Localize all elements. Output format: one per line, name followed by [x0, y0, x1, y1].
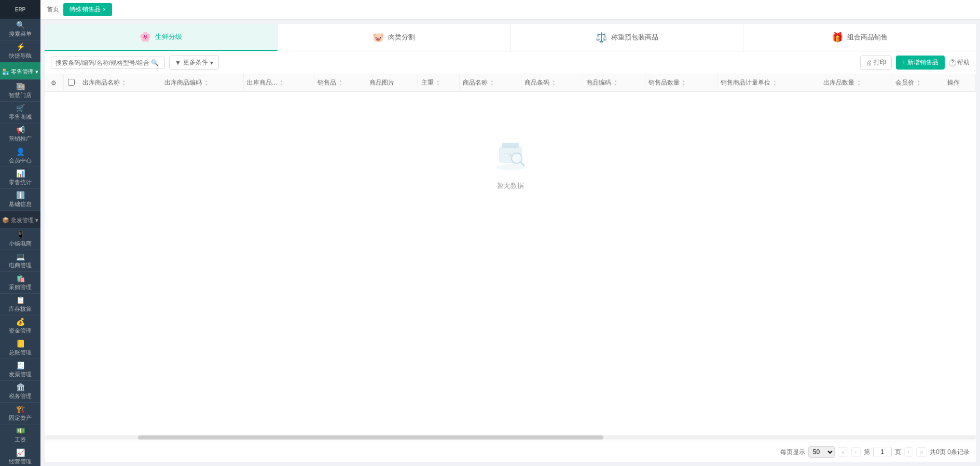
help-icon: ?	[949, 59, 956, 66]
sidebar-item-label: 资金管理	[9, 327, 32, 335]
th-image: 商品图片	[366, 74, 418, 92]
select-all-checkbox[interactable]	[68, 79, 75, 86]
th-outlet-qty[interactable]: 出库品数量 ▲▼	[820, 74, 892, 92]
shopping-icon: 🛍️	[16, 274, 25, 282]
tab-fresh[interactable]: 🌸 生鲜分级	[45, 24, 278, 51]
next-page-button[interactable]: ›	[904, 447, 914, 457]
sidebar-item-inventory[interactable]: 📋 库存核算	[0, 294, 40, 316]
th-outlet-spec[interactable]: 出库商品... ▲▼	[244, 74, 314, 92]
th-outlet-code-label: 出库商品编码	[164, 79, 202, 86]
trending-icon: 📈	[16, 448, 25, 457]
sidebar-item-label: 零售管理	[11, 68, 34, 76]
th-product-name[interactable]: 商品名称 ▲▼	[459, 74, 521, 92]
th-action: 操作	[944, 74, 975, 92]
active-tab[interactable]: 特殊销售品 ×	[63, 3, 112, 16]
sidebar-item-label: 会员中心	[9, 157, 32, 165]
tab-combo-label: 组合商品销售	[847, 33, 888, 42]
th-sale-item-label: 销售品	[318, 79, 336, 86]
sidebar-item-label: 批发管理	[11, 216, 34, 224]
last-page-button[interactable]: »	[916, 447, 927, 457]
tab-combo[interactable]: 🎁 组合商品销售	[743, 24, 976, 51]
th-sale-item[interactable]: 销售品 ▲▼	[314, 74, 366, 92]
sidebar-item-purchase[interactable]: 🛍️ 采购管理	[0, 272, 40, 294]
tab-meat-label: 肉类分割	[388, 33, 415, 42]
sort-icon: ▲▼	[917, 79, 920, 87]
sidebar-item-retail[interactable]: 🏪 零售管理 ▾	[0, 62, 40, 80]
th-settings[interactable]: ⚙	[45, 74, 63, 92]
th-checkbox[interactable]	[63, 74, 79, 92]
page-label-suffix: 页	[895, 448, 901, 457]
th-member-price[interactable]: 会员价 ▲▼	[892, 74, 944, 92]
store-icon: 🏪	[2, 68, 9, 75]
search-box[interactable]: 🔍	[51, 57, 165, 69]
new-btn-label: + 新增销售品	[902, 58, 938, 67]
sidebar-item-search[interactable]: 🔍 搜索菜单	[0, 19, 40, 40]
search-input[interactable]	[56, 59, 149, 66]
tab-weighed[interactable]: ⚖️ 称重预包装商品	[510, 24, 743, 51]
sidebar-item-basicinfo[interactable]: ℹ️ 基础信息	[0, 189, 40, 211]
sidebar-item-finance[interactable]: 💰 资金管理	[0, 316, 40, 337]
th-barcode-label: 商品条码	[524, 79, 549, 86]
th-weight[interactable]: 主重 ▲▼	[418, 74, 460, 92]
help-button[interactable]: ? 帮助	[949, 58, 970, 67]
home-link[interactable]: 首页	[47, 5, 59, 14]
scrollbar-thumb[interactable]	[138, 435, 604, 440]
th-action-label: 操作	[947, 79, 960, 86]
bank-icon: 🏛️	[16, 383, 25, 391]
sidebar-item-miniapp[interactable]: 📱 小畅电商	[0, 228, 40, 250]
sidebar-item-members[interactable]: 👤 会员中心	[0, 145, 40, 167]
horizontal-scrollbar[interactable]	[45, 435, 976, 440]
first-page-button[interactable]: «	[838, 447, 848, 457]
th-barcode[interactable]: 商品条码 ▲▼	[521, 74, 583, 92]
sort-icon: ▲▼	[553, 79, 556, 87]
sidebar-item-retailmall[interactable]: 🛒 零售商城	[0, 102, 40, 124]
table-container: ⚙ 出库商品名称 ▲▼ 出库商品编码 ▲▼	[45, 74, 976, 435]
close-tab-button[interactable]: ×	[103, 7, 106, 12]
th-outlet-name[interactable]: 出库商品名称 ▲▼	[79, 74, 161, 92]
th-sale-qty[interactable]: 销售品数量 ▲▼	[645, 74, 717, 92]
th-settings-icon: ⚙	[51, 79, 57, 87]
prev-page-button[interactable]: ‹	[851, 447, 861, 457]
sidebar-item-invoice[interactable]: 🧾 发票管理	[0, 359, 40, 381]
page-number-input[interactable]	[873, 447, 892, 457]
empty-text: 暂无数据	[497, 181, 524, 190]
th-product-code[interactable]: 商品编码 ▲▼	[583, 74, 645, 92]
sidebar-item-smartstore[interactable]: 🏬 智慧门店	[0, 80, 40, 102]
sidebar-item-label: 基础信息	[9, 200, 32, 208]
sidebar-item-general[interactable]: 📒 总账管理	[0, 337, 40, 359]
sidebar-item-quicknav[interactable]: ⚡ 快捷导航	[0, 40, 40, 62]
page-size-select[interactable]: 50 10 20 100	[808, 446, 835, 458]
sidebar-item-assets[interactable]: 🏗️ 固定资产	[0, 403, 40, 424]
sidebar-item-label: 库存核算	[9, 305, 32, 313]
scale-icon: ⚖️	[596, 32, 607, 43]
sidebar-item-wholesale[interactable]: 📦 批发管理 ▾	[0, 211, 40, 228]
th-outlet-code[interactable]: 出库商品编码 ▲▼	[161, 74, 244, 92]
sidebar-item-label: 零售统计	[9, 179, 32, 186]
new-product-button[interactable]: + 新增销售品	[896, 56, 945, 70]
tab-meat[interactable]: 🐷 肉类分割	[278, 24, 510, 51]
th-weight-label: 主重	[421, 79, 434, 86]
sort-icon: ▲▼	[858, 79, 861, 87]
print-button[interactable]: 🖨 打印	[860, 56, 892, 70]
svg-point-0	[496, 164, 525, 170]
th-outlet-name-label: 出库商品名称	[82, 79, 120, 86]
sidebar-item-wages[interactable]: 💵 工资	[0, 424, 40, 446]
data-table: ⚙ 出库商品名称 ▲▼ 出库商品编码 ▲▼	[45, 74, 976, 92]
sidebar-item-bizmanage[interactable]: 📈 经营管理	[0, 446, 40, 466]
shop-icon: 🏬	[16, 82, 25, 90]
th-product-name-label: 商品名称	[463, 79, 488, 86]
user-icon: 👤	[16, 147, 25, 156]
sidebar-item-marketing[interactable]: 📢 营销推广	[0, 124, 40, 145]
sidebar-item-ecommerce[interactable]: 💻 电商管理	[0, 250, 40, 272]
sidebar-item-label: 工资	[15, 436, 26, 444]
th-sale-unit[interactable]: 销售商品计量单位 ▲▼	[717, 74, 820, 92]
toolbar: 🔍 ▼ 更多条件 ▾ 🖨 打印 + 新增销售品 ? 帮助	[45, 51, 976, 74]
sidebar-item-tax[interactable]: 🏛️ 税务管理	[0, 381, 40, 403]
sidebar-item-retailstats[interactable]: 📊 零售统计	[0, 167, 40, 189]
gift-icon: 🎁	[832, 32, 843, 43]
sidebar-item-label: 营销推广	[9, 135, 32, 143]
svg-point-5	[509, 154, 512, 157]
page-label-prefix: 第	[864, 448, 870, 457]
filter-button[interactable]: ▼ 更多条件 ▾	[169, 56, 219, 70]
logo-text: ERP	[15, 7, 26, 12]
